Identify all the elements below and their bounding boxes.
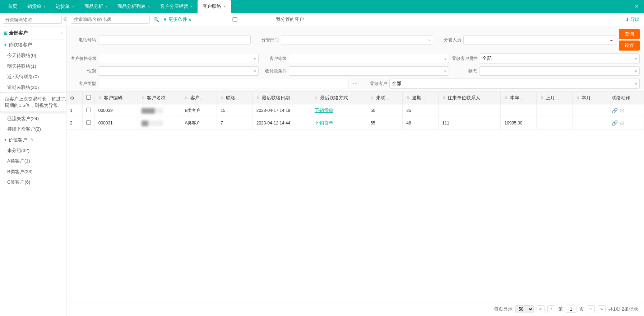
sort-type-icon[interactable]: ⇅ [185,96,188,100]
customer-type-input[interactable] [98,79,348,88]
sidebar-item-a-class[interactable]: A类客户(1) [0,156,66,166]
nav-item-purchase[interactable]: 进货单 × [51,0,79,13]
col-code[interactable]: ⇅ 客户编码 [94,92,138,104]
row2-name-blurred: ██ [142,121,163,126]
row2-last-contact-date: 2023-04-12 14:44: [252,117,311,129]
close-sales-icon[interactable]: × [43,4,46,9]
prev-page-button[interactable]: ‹ [547,305,555,313]
manager-dots[interactable]: ··· [610,37,613,43]
row1-name[interactable]: ████ [138,104,181,117]
close-customer-contact-icon[interactable]: × [223,4,226,9]
row2-checkbox[interactable] [86,120,91,125]
col-last-month[interactable]: ⇅ 上月... [537,92,573,104]
sidebar-item-declining[interactable]: 持续下滑客户(2) [0,124,66,135]
last-page-button[interactable]: » [598,305,606,313]
sort-overdue-icon[interactable]: ⇅ [406,96,409,100]
settings-button[interactable]: 设置 [619,41,640,51]
phone-input[interactable] [98,35,251,44]
query-button[interactable]: 查询 [619,29,640,39]
sidebar-item-lost[interactable]: 已流失客户(24) [0,113,66,124]
row1-last-month [537,104,573,117]
sort-lastmonth-icon[interactable]: ⇅ [540,96,543,100]
col-last-contact-method[interactable]: ⇅ 最后联络方式 [311,92,367,104]
my-customers-checkbox[interactable] [195,17,274,22]
manager-select[interactable]: ··· [463,35,616,44]
row1-last-contact-method[interactable]: 下销货单 [311,104,367,117]
sort-code-icon[interactable]: ⇅ [98,96,102,100]
retail-customer-select[interactable]: 全部 ∨ [389,79,640,89]
nav-item-sales[interactable]: 销货单 × [22,0,51,13]
close-goods-list-icon[interactable]: × [148,4,150,9]
sort-thismonth-icon[interactable]: ⇅ [576,96,579,100]
row1-grid-icon[interactable]: ⊞ [620,108,624,113]
sort-unlisted-icon[interactable]: ⇅ [371,96,374,100]
sidebar-all-customers[interactable]: ⊞ 全部客户 › [0,27,66,39]
close-purchase-icon[interactable]: × [72,4,74,9]
sidebar-item-overdue[interactable]: 逾期未联络(30) [0,82,66,93]
sidebar-item-tomorrow[interactable]: 明天待联络(1) [0,61,66,72]
col-customer-type[interactable]: ⇅ 客户... [181,92,217,104]
sidebar-search-input[interactable] [3,16,62,24]
sort-date-icon[interactable]: ⇅ [256,96,260,100]
row2-name[interactable]: ██ [138,117,181,129]
row1-customer-type: B类客户 [181,104,217,117]
nav-item-customer-contact[interactable]: 客户联络 × [198,0,231,13]
col-year-amount[interactable]: ⇅ 本年... [501,92,537,104]
nav-item-customer-tier[interactable]: 客户分层经营 × [155,0,198,13]
my-customers-checkbox-label[interactable]: 我分管的客户 [195,16,304,23]
row2-link-icon[interactable]: 🔗 [612,120,618,126]
payment-select[interactable]: ∨ [289,66,449,76]
close-customer-tier-icon[interactable]: × [190,4,193,9]
sidebar-item-b-class[interactable]: B类客户(33) [0,166,66,177]
sidebar-section-pending[interactable]: ▼ 待联络客户 [0,39,66,50]
price-level-select[interactable]: ∨ [99,54,259,63]
col-unlisted[interactable]: ⇅ 未联... [367,92,403,104]
sort-name-icon[interactable]: ⇅ [142,96,145,100]
per-page-select[interactable]: 50 100 200 [515,305,534,313]
more-conditions-button[interactable]: ▼ 更多条件 ∧ [163,16,192,23]
sidebar-item-7days[interactable]: 近7天待联络(0) [0,71,66,82]
col-contact-count[interactable]: ⇅ 联络... [217,92,253,104]
row2-last-contact-method[interactable]: 下销货单 [311,117,367,129]
col-this-month[interactable]: ⇅ 本月... [572,92,608,104]
export-button[interactable]: ⬇ 导出 [625,16,640,23]
status-select[interactable]: ∨ [479,66,640,76]
row1-checkbox[interactable] [86,108,91,112]
collapse-sidebar-icon[interactable]: › [61,31,62,35]
row1-link-icon[interactable]: 🔗 [612,108,618,113]
col-contact-person[interactable]: ⇅ 往来单位联系人 [439,92,501,104]
row2-grid-icon[interactable]: ⊞ [620,120,624,126]
sidebar-item-c-class[interactable]: C类客户(6) [0,177,66,188]
sort-person-icon[interactable]: ⇅ [442,96,445,100]
sort-year-icon[interactable]: ⇅ [504,96,508,100]
sidebar-search-icon[interactable]: 🔍 [63,17,66,23]
gender-select[interactable]: ∨ [98,66,259,76]
page-number-input[interactable] [566,306,576,313]
edit-value-group-icon[interactable]: ✎ [30,137,34,142]
customer-level-select[interactable]: ∨ [289,54,449,63]
next-page-button[interactable]: › [587,305,595,313]
search-input[interactable] [71,15,150,24]
col-overdue[interactable]: ⇅ 逾期... [403,92,439,104]
col-name[interactable]: ⇅ 客户名称 [138,92,181,104]
filter-row-4: 客户类型 ··· 零散客户 全部 ∨ [71,79,640,89]
window-close-button[interactable]: × [632,3,641,10]
sidebar-item-unclassified[interactable]: 未分组(32) [0,145,66,156]
nav-item-home[interactable]: 首页 [3,0,22,13]
select-all-checkbox[interactable] [86,95,91,100]
close-goods-analysis-icon[interactable]: × [105,4,107,9]
col-last-contact-date[interactable]: ⇅ 最后联络日期 [252,92,311,104]
more-filter-dots[interactable]: ··· [351,80,359,87]
search-button-icon[interactable]: 🔍 [153,17,159,22]
nav-item-goods-analysis[interactable]: 商品分析 × [79,0,112,13]
nav-item-goods-analysis-list[interactable]: 商品分析列表 × [112,0,155,13]
retail-attr-select[interactable]: 全部 ∨ [480,53,640,63]
first-page-button[interactable]: « [537,305,545,313]
settings-col-icon[interactable]: ⚙ [70,95,74,101]
sidebar-group-value[interactable]: ▼ 价值客户 ✎ [0,135,66,145]
sidebar-item-today[interactable]: 今天待联络(0) [0,50,66,61]
sort-contact-icon[interactable]: ⇅ [221,96,224,100]
sidebar: 🔍 ⊞ 全部客户 › ▼ 待联络客户 今天待联络(0) 明天待联络(1) 近7天… [0,13,66,316]
dept-select[interactable]: ∨ [281,35,434,44]
sort-method-icon[interactable]: ⇅ [315,96,318,100]
